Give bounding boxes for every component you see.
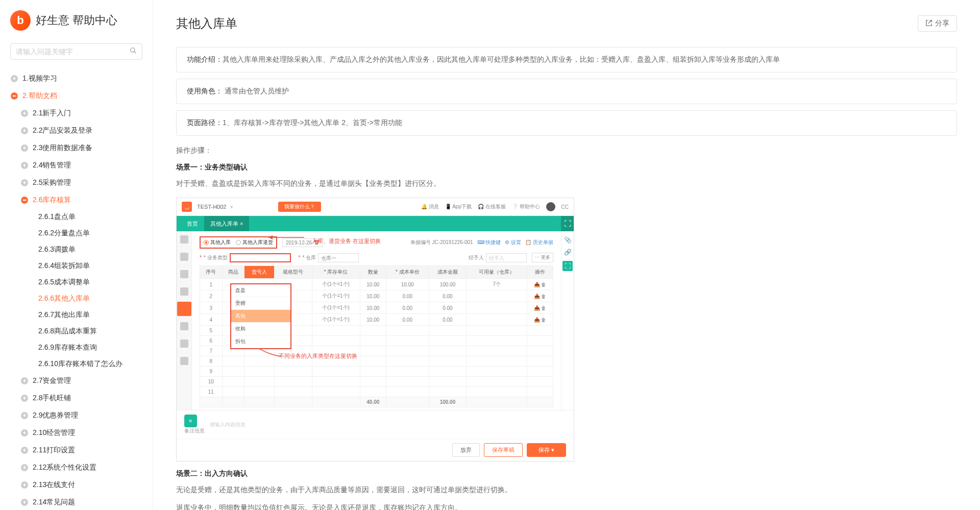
ss-nav-icon	[180, 253, 188, 261]
ss-logo-icon: ◡	[182, 202, 192, 212]
nav-item-14[interactable]: 2.6.7其他出库单	[10, 307, 142, 323]
sidebar: b 好生意 帮助中心 1.视频学习2.帮助文档2.1新手入门2.2产品安装及登录…	[0, 0, 153, 510]
intro-label: 功能介绍：	[187, 55, 223, 63]
ss-note-icon: ≡	[184, 415, 197, 427]
nav-item-11[interactable]: 2.6.4组装拆卸单	[10, 258, 142, 274]
page-title: 其他入库单	[176, 15, 237, 32]
plus-icon	[20, 481, 29, 489]
path-content: 1、库存核算->库存管理->其他入库单 2、首页->常用功能	[223, 118, 402, 127]
svg-line-1	[134, 52, 136, 54]
share-label: 分享	[935, 19, 949, 28]
nav-label: 2.6.5成本调整单	[38, 278, 90, 287]
search-box[interactable]	[10, 43, 142, 60]
ss-nav-icon	[180, 339, 188, 348]
logo-icon: b	[10, 10, 31, 31]
ss-tool-icon: 🔗	[564, 249, 571, 256]
plus-icon	[20, 498, 29, 506]
nav-label: 2.12系统个性化设置	[33, 463, 96, 472]
nav-item-7[interactable]: 2.6库存核算	[10, 191, 142, 209]
nav-item-1[interactable]: 2.帮助文档	[10, 87, 142, 105]
nav-label: 2.8手机旺铺	[33, 394, 71, 403]
scenario2-title: 场景二：出入方向确认	[176, 469, 957, 478]
scenario1-desc: 对于受赠、盘盈或是拆装入库等不同的业务，是通过单据头【业务类型】进行区分。	[176, 177, 957, 190]
plus-icon	[20, 411, 29, 420]
ss-dropdown: 盘盈受赠其他收购拆包	[230, 283, 291, 349]
ss-tool-icon: 📎	[564, 236, 571, 244]
path-box: 页面路径：1、库存核算->库存管理->其他入库单 2、首页->常用功能	[176, 110, 957, 136]
scenario2-desc2: 退库业务中，明细数量均以负值红色展示。无论是入库还是退库，库存账均记在入库方向。	[176, 501, 957, 510]
nav-item-10[interactable]: 2.6.3调拨单	[10, 241, 142, 258]
logo-area: b 好生意 帮助中心	[10, 10, 142, 31]
ss-tab-home: 首页	[181, 216, 204, 231]
nav-item-18[interactable]: 2.7资金管理	[10, 372, 142, 390]
role-content: 通常由仓管人员维护	[223, 87, 289, 95]
plus-icon	[20, 377, 29, 385]
main-content: 其他入库单 分享 功能介绍：其他入库单用来处理除采购入库、产成品入库之外的其他入…	[153, 0, 980, 510]
search-icon[interactable]	[130, 47, 137, 56]
nav-label: 2.13在线支付	[33, 480, 75, 490]
nav-label: 2.3使用前数据准备	[33, 143, 92, 153]
nav-label: 2.6库存核算	[33, 196, 71, 205]
plus-icon	[20, 127, 29, 135]
plus-icon	[20, 429, 29, 437]
nav-tree: 1.视频学习2.帮助文档2.1新手入门2.2产品安装及登录2.3使用前数据准备2…	[10, 70, 142, 510]
intro-box: 功能介绍：其他入库单用来处理除采购入库、产成品入库之外的其他入库业务，因此其他入…	[176, 47, 957, 72]
nav-item-9[interactable]: 2.6.2分量盘点单	[10, 225, 142, 241]
site-title: 好生意 帮助中心	[36, 13, 117, 28]
minus-icon	[10, 92, 18, 100]
nav-label: 2.6.6其他入库单	[38, 294, 90, 303]
nav-label: 2.6.9库存账本查询	[38, 343, 97, 352]
nav-label: 2.5采购管理	[33, 178, 71, 187]
intro-content: 其他入库单用来处理除采购入库、产成品入库之外的其他入库业务，因此其他入库单可处理…	[223, 55, 780, 63]
plus-icon	[20, 144, 29, 152]
nav-item-21[interactable]: 2.10经营管理	[10, 424, 142, 442]
role-label: 使用角色：	[187, 87, 223, 95]
nav-item-13[interactable]: 2.6.6其他入库单	[10, 290, 142, 307]
plus-icon	[20, 464, 29, 472]
nav-item-12[interactable]: 2.6.5成本调整单	[10, 274, 142, 290]
nav-label: 2.6.10库存账本错了怎么办	[38, 359, 122, 369]
nav-label: 2.6.7其他出库单	[38, 310, 90, 320]
nav-label: 2.6.3调拨单	[38, 245, 76, 254]
nav-item-20[interactable]: 2.9优惠券管理	[10, 407, 142, 424]
nav-item-8[interactable]: 2.6.1盘点单	[10, 209, 142, 225]
ss-annotation-1: 入库、退货业务 在这里切换	[312, 237, 381, 245]
ss-tab-expand-icon: ⛶	[561, 216, 574, 231]
nav-item-2[interactable]: 2.1新手入门	[10, 105, 142, 122]
nav-label: 1.视频学习	[22, 74, 57, 83]
ss-doc-type-box: 其他入库 其他入库退货	[200, 236, 277, 249]
steps-label: 操作步骤：	[176, 146, 957, 155]
plus-icon	[20, 446, 29, 454]
role-box: 使用角色： 通常由仓管人员维护	[176, 79, 957, 104]
search-input[interactable]	[16, 47, 130, 56]
nav-item-15[interactable]: 2.6.8商品成本重算	[10, 323, 142, 339]
plus-icon	[20, 394, 29, 402]
ss-discard-button: 放弃	[452, 443, 480, 457]
nav-label: 2.11打印设置	[33, 446, 75, 455]
ss-nav-icon	[180, 235, 188, 244]
plus-icon	[20, 161, 29, 169]
ss-tenant: TEST-H002	[197, 204, 226, 210]
nav-item-17[interactable]: 2.6.10库存账本错了怎么办	[10, 356, 142, 372]
path-label: 页面路径：	[187, 118, 223, 127]
share-button[interactable]: 分享	[918, 15, 957, 32]
nav-item-3[interactable]: 2.2产品安装及登录	[10, 122, 142, 139]
nav-item-22[interactable]: 2.11打印设置	[10, 442, 142, 459]
ss-annotation-2: 不同业务的入库类型在这里切换	[279, 352, 357, 360]
nav-label: 2.6.8商品成本重算	[38, 327, 97, 336]
nav-item-16[interactable]: 2.6.9库存账本查询	[10, 339, 142, 356]
nav-label: 2.6.1盘点单	[38, 212, 76, 222]
nav-item-6[interactable]: 2.5采购管理	[10, 174, 142, 191]
ss-nav-icon	[180, 270, 188, 278]
nav-item-23[interactable]: 2.12系统个性化设置	[10, 459, 142, 476]
nav-item-0[interactable]: 1.视频学习	[10, 70, 142, 87]
nav-label: 2.6.4组装拆卸单	[38, 261, 90, 271]
nav-label: 2.帮助文档	[22, 91, 57, 101]
nav-item-4[interactable]: 2.3使用前数据准备	[10, 139, 142, 157]
nav-item-24[interactable]: 2.13在线支付	[10, 476, 142, 494]
nav-item-19[interactable]: 2.8手机旺铺	[10, 390, 142, 407]
nav-item-5[interactable]: 2.4销售管理	[10, 157, 142, 174]
ss-save-button: 保存 ▾	[527, 443, 566, 457]
nav-item-25[interactable]: 2.14常见问题	[10, 494, 142, 510]
nav-label: 2.1新手入门	[33, 109, 71, 118]
